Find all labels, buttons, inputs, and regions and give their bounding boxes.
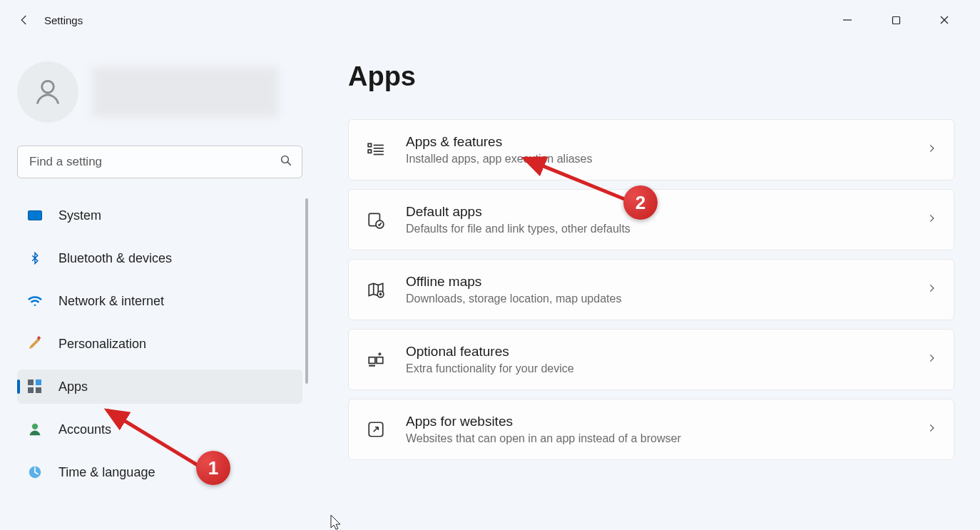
- sidebar: System Bluetooth & devices Network & int…: [0, 40, 320, 530]
- bluetooth-icon: [27, 250, 43, 266]
- card-title: Offline maps: [406, 274, 907, 290]
- nav: System Bluetooth & devices Network & int…: [17, 198, 302, 489]
- avatar[interactable]: [17, 61, 78, 123]
- sidebar-item-label: Time & language: [58, 465, 155, 480]
- sidebar-item-label: Accounts: [58, 422, 111, 437]
- default-apps-icon: [366, 210, 386, 230]
- window-controls: [832, 9, 971, 31]
- chevron-right-icon: [927, 423, 936, 436]
- card-title: Optional features: [406, 344, 907, 360]
- wifi-icon: [27, 293, 43, 309]
- arrow-left-icon: [18, 14, 31, 26]
- card-title: Default apps: [406, 204, 907, 220]
- profile-row: [17, 61, 302, 123]
- card-text: Default apps Defaults for file and link …: [406, 204, 907, 235]
- chevron-right-icon: [927, 143, 936, 156]
- sidebar-item-accounts[interactable]: Accounts: [17, 412, 302, 447]
- sidebar-item-label: Bluetooth & devices: [58, 251, 172, 266]
- sidebar-item-label: Apps: [58, 379, 88, 394]
- person-icon: [32, 76, 63, 108]
- card-subtitle: Defaults for file and link types, other …: [406, 223, 907, 235]
- card-default-apps[interactable]: Default apps Defaults for file and link …: [348, 189, 954, 250]
- close-icon: [939, 15, 949, 25]
- map-icon: [366, 280, 386, 300]
- sidebar-item-network[interactable]: Network & internet: [17, 284, 302, 318]
- card-offline-maps[interactable]: Offline maps Downloads, storage location…: [348, 259, 954, 320]
- card-subtitle: Websites that can open in an app instead…: [406, 432, 907, 445]
- card-title: Apps & features: [406, 134, 907, 150]
- card-text: Offline maps Downloads, storage location…: [406, 274, 907, 305]
- sidebar-item-system[interactable]: System: [17, 198, 302, 233]
- svg-rect-14: [368, 150, 371, 153]
- minimize-icon: [842, 15, 852, 25]
- apps-websites-icon: [366, 419, 386, 439]
- chevron-right-icon: [927, 353, 936, 366]
- apps-icon: [27, 379, 43, 394]
- svg-rect-1: [892, 16, 899, 24]
- svg-rect-22: [369, 357, 375, 364]
- page-title: Apps: [348, 61, 951, 92]
- card-text: Apps for websites Websites that can open…: [406, 414, 907, 445]
- profile-name-redacted: [93, 67, 278, 117]
- svg-rect-13: [368, 143, 371, 146]
- card-apps-for-websites[interactable]: Apps for websites Websites that can open…: [348, 399, 954, 460]
- card-apps-features[interactable]: Apps & features Installed apps, app exec…: [348, 119, 954, 180]
- chevron-right-icon: [927, 283, 936, 296]
- svg-point-4: [42, 81, 54, 93]
- chevron-right-icon: [927, 213, 936, 226]
- sidebar-item-personalization[interactable]: Personalization: [17, 327, 302, 361]
- sidebar-item-apps[interactable]: Apps: [17, 370, 302, 404]
- svg-rect-23: [377, 357, 383, 364]
- svg-rect-24: [369, 365, 375, 367]
- sidebar-item-label: System: [58, 208, 101, 223]
- titlebar: Settings: [0, 0, 980, 40]
- search-wrap: [17, 146, 302, 178]
- optional-features-icon: [366, 350, 386, 370]
- sidebar-item-bluetooth[interactable]: Bluetooth & devices: [17, 241, 302, 275]
- account-icon: [27, 422, 43, 437]
- window-title: Settings: [44, 14, 83, 26]
- maximize-icon: [892, 16, 901, 25]
- sidebar-scrollbar[interactable]: [305, 198, 308, 384]
- clock-globe-icon: [27, 464, 43, 480]
- minimize-button[interactable]: [832, 9, 863, 31]
- apps-features-icon: [366, 140, 386, 160]
- card-subtitle: Downloads, storage location, map updates: [406, 292, 907, 305]
- svg-rect-7: [28, 379, 34, 385]
- card-subtitle: Installed apps, app execution aliases: [406, 153, 907, 165]
- settings-card-list: Apps & features Installed apps, app exec…: [348, 119, 951, 460]
- sidebar-item-label: Personalization: [58, 337, 146, 352]
- mouse-cursor-icon: [330, 514, 342, 530]
- search-input[interactable]: [17, 146, 302, 178]
- svg-point-11: [32, 424, 38, 429]
- close-button[interactable]: [929, 9, 960, 31]
- app-body: System Bluetooth & devices Network & int…: [0, 40, 980, 530]
- maximize-button[interactable]: [880, 9, 912, 31]
- sidebar-item-label: Network & internet: [58, 294, 164, 309]
- card-text: Optional features Extra functionality fo…: [406, 344, 907, 375]
- card-title: Apps for websites: [406, 414, 907, 429]
- paintbrush-icon: [27, 336, 43, 352]
- back-button[interactable]: [9, 4, 40, 36]
- svg-rect-8: [36, 379, 41, 385]
- system-icon: [27, 208, 43, 223]
- card-text: Apps & features Installed apps, app exec…: [406, 134, 907, 165]
- svg-rect-10: [36, 387, 41, 393]
- svg-rect-9: [28, 387, 34, 393]
- card-optional-features[interactable]: Optional features Extra functionality fo…: [348, 329, 954, 390]
- sidebar-item-time-language[interactable]: Time & language: [17, 455, 302, 489]
- main-content: Apps Apps & features Installed apps, app…: [320, 40, 980, 530]
- card-subtitle: Extra functionality for your device: [406, 362, 907, 375]
